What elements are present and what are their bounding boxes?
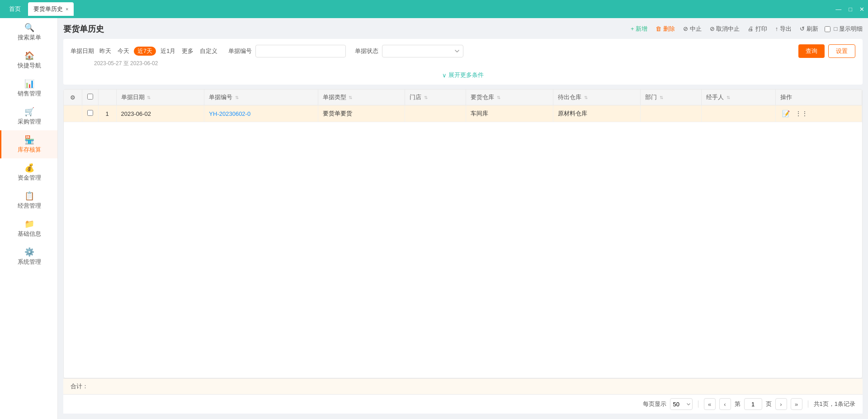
col-order-no[interactable]: 单据编号 ⇅	[204, 90, 318, 105]
refresh-button[interactable]: ↺ 刷新	[798, 25, 820, 33]
page-number-input[interactable]	[744, 398, 762, 410]
query-button[interactable]: 查询	[798, 44, 825, 58]
date-btn-1month[interactable]: 近1月	[159, 47, 177, 56]
col-req-warehouse-sort[interactable]: ⇅	[497, 95, 500, 100]
sidebar-item-base-info[interactable]: 📁 基础信息	[0, 214, 57, 243]
sidebar-item-purchase[interactable]: 🛒 采购管理	[0, 102, 57, 130]
sidebar-item-operations[interactable]: 📋 经营管理	[0, 186, 57, 214]
tab-home-label: 首页	[9, 5, 21, 13]
col-req-warehouse-label: 要货仓库	[471, 94, 494, 100]
col-date[interactable]: 单据日期 ⇅	[116, 90, 204, 105]
window-minimize-btn[interactable]: —	[835, 6, 841, 13]
page-title: 要货单历史	[63, 24, 629, 34]
delete-button[interactable]: 🗑 删除	[654, 25, 677, 33]
expand-more-btn[interactable]: ∨ 展开更多条件	[71, 71, 855, 79]
new-button[interactable]: + 新增	[629, 25, 649, 33]
order-no-filter: 单据编号	[228, 45, 346, 57]
col-date-sort[interactable]: ⇅	[147, 95, 151, 100]
col-order-no-label: 单据编号	[209, 94, 232, 100]
date-shortcuts: 昨天 今天 近7天 近1月 更多 自定义	[98, 47, 219, 56]
page-label-suffix: 页	[766, 400, 772, 408]
col-num	[98, 90, 116, 105]
status-select[interactable]	[382, 45, 463, 57]
first-page-btn[interactable]: «	[704, 398, 716, 410]
topbar-right: — □ ✕	[835, 6, 864, 13]
date-btn-today[interactable]: 今天	[116, 47, 131, 56]
col-pending-warehouse[interactable]: 待出仓库 ⇅	[553, 90, 641, 105]
col-store[interactable]: 门店 ⇅	[405, 90, 466, 105]
row-handler	[702, 105, 776, 122]
col-dept-label: 部门	[645, 94, 657, 100]
next-page-btn[interactable]: ›	[775, 398, 787, 410]
summary-row: 合计：	[63, 378, 863, 394]
tab-order-history-label: 要货单历史	[33, 5, 63, 13]
status-filter: 单据状态	[355, 45, 463, 57]
date-range-text: 2023-05-27 至 2023-06-02	[94, 60, 158, 67]
filter-actions: 查询 设置	[798, 44, 855, 58]
display-detail-checkbox[interactable]	[825, 26, 830, 32]
display-detail-label: □ 显示明细	[834, 25, 863, 33]
sidebar-item-system[interactable]: ⚙️ 系统管理	[0, 243, 57, 271]
display-detail-toggle[interactable]: □ 显示明细	[825, 25, 863, 33]
sidebar-item-base-info-label: 基础信息	[18, 230, 41, 238]
date-btn-yesterday[interactable]: 昨天	[98, 47, 113, 56]
date-range-display: 2023-05-27 至 2023-06-02	[71, 60, 855, 67]
tab-order-history[interactable]: 要货单历史 ×	[28, 2, 74, 16]
sidebar-item-inventory[interactable]: 🏪 库存核算	[0, 130, 57, 158]
date-btn-7days[interactable]: 近7天	[134, 47, 156, 56]
operations-icon: 📋	[24, 192, 34, 200]
col-order-type[interactable]: 单据类型 ⇅	[318, 90, 405, 105]
select-all-checkbox[interactable]	[87, 94, 93, 100]
search-menu-icon: 🔍	[24, 24, 34, 32]
col-order-type-sort[interactable]: ⇅	[349, 95, 352, 100]
row-num: 1	[98, 105, 116, 122]
col-settings[interactable]: ⚙	[64, 90, 82, 105]
row-pending-warehouse: 原材料仓库	[553, 105, 641, 122]
col-handler[interactable]: 经手人 ⇅	[702, 90, 776, 105]
col-operation: 操作	[776, 90, 862, 105]
window-maximize-btn[interactable]: □	[849, 6, 852, 13]
sidebar-item-system-label: 系统管理	[18, 258, 41, 266]
inventory-icon: 🏪	[24, 136, 34, 144]
date-btn-custom[interactable]: 自定义	[198, 47, 219, 56]
row-more-btn[interactable]: ⋮⋮	[793, 109, 810, 118]
print-button[interactable]: 🖨 打印	[746, 25, 769, 33]
window-close-btn[interactable]: ✕	[859, 6, 864, 13]
date-btn-more[interactable]: 更多	[180, 47, 195, 56]
prev-page-btn[interactable]: ‹	[719, 398, 731, 410]
tab-home[interactable]: 首页	[4, 2, 26, 16]
table-container: ⚙ 单据日期 ⇅ 单据编号 ⇅	[63, 89, 863, 378]
col-handler-sort[interactable]: ⇅	[726, 95, 730, 100]
filter-panel: 单据日期 昨天 今天 近7天 近1月 更多 自定义 单据编号	[63, 39, 863, 85]
content-card: ⚙ 单据日期 ⇅ 单据编号 ⇅	[63, 89, 863, 414]
row-dept	[641, 105, 702, 122]
sidebar-item-quick-nav[interactable]: 🏠 快捷导航	[0, 46, 57, 74]
page-size-select[interactable]: 20 50 100 200	[670, 398, 693, 410]
top-bar: 首页 要货单历史 × — □ ✕	[0, 0, 868, 18]
col-date-label: 单据日期	[121, 94, 145, 100]
export-button[interactable]: ↑ 导出	[774, 25, 793, 33]
sidebar-item-finance[interactable]: 💰 资金管理	[0, 158, 57, 186]
col-dept[interactable]: 部门 ⇅	[641, 90, 702, 105]
row-order-no[interactable]: YH-20230602-0	[204, 105, 318, 122]
row-order-no-link[interactable]: YH-20230602-0	[209, 110, 250, 117]
col-pending-warehouse-sort[interactable]: ⇅	[584, 95, 588, 100]
last-page-btn[interactable]: »	[791, 398, 802, 410]
row-edit-btn[interactable]: 📝	[780, 109, 792, 118]
row-checkbox[interactable]	[87, 110, 93, 116]
data-table: ⚙ 单据日期 ⇅ 单据编号 ⇅	[64, 90, 862, 122]
sidebar-item-search-menu[interactable]: 🔍 搜索菜单	[0, 18, 57, 46]
stop-button[interactable]: ⊘ 中止	[681, 25, 703, 33]
sidebar-item-sales[interactable]: 📊 销售管理	[0, 74, 57, 102]
col-store-sort[interactable]: ⇅	[424, 95, 428, 100]
row-req-warehouse: 车间库	[466, 105, 553, 122]
cancel-stop-button[interactable]: ⊘ 取消中止	[708, 25, 742, 33]
tab-close-icon[interactable]: ×	[66, 6, 68, 12]
col-req-warehouse[interactable]: 要货仓库 ⇅	[466, 90, 553, 105]
col-dept-sort[interactable]: ⇅	[660, 95, 663, 100]
settings-button[interactable]: 设置	[828, 44, 855, 58]
content-area: 要货单历史 + 新增 🗑 删除 ⊘ 中止 ⊘ 取消中止 🖨 打印 ↑ 导出 ↺ …	[58, 18, 868, 419]
order-no-input[interactable]	[255, 45, 346, 57]
row-checkbox-cell[interactable]	[82, 105, 98, 122]
col-order-no-sort[interactable]: ⇅	[235, 95, 239, 100]
